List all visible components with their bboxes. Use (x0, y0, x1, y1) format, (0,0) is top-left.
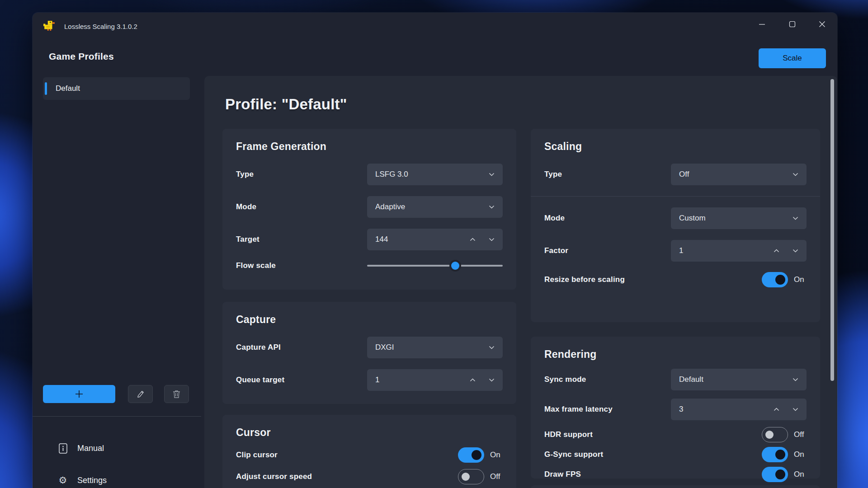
gear-icon: ⚙ (57, 476, 68, 485)
chevron-down-icon[interactable] (489, 378, 495, 382)
gsync-support-state: On (794, 450, 807, 459)
flow-scale-slider[interactable] (367, 259, 503, 272)
adjust-cursor-speed-state: Off (490, 472, 503, 481)
chevron-up-icon[interactable] (774, 249, 779, 253)
sidebar-item-settings[interactable]: ⚙ Settings (33, 470, 201, 488)
page-title: Game Profiles (49, 51, 114, 62)
rendering-card: Rendering Sync mode Default Max frame la… (531, 337, 820, 479)
max-frame-latency-label: Max frame latency (544, 405, 613, 414)
trash-icon (173, 390, 180, 398)
capture-card: Capture Capture API DXGI Queue target 1 (222, 302, 516, 404)
toggle-knob (775, 275, 785, 285)
clip-cursor-state: On (490, 450, 503, 460)
flow-scale-slider-thumb[interactable] (449, 260, 461, 272)
resize-before-scaling-state: On (794, 275, 807, 284)
sidebar-item-profile-default[interactable]: Default (43, 77, 190, 100)
chevron-down-icon[interactable] (793, 407, 798, 412)
fg-mode-dropdown[interactable]: Adaptive (367, 196, 503, 218)
chevron-down-icon[interactable] (793, 249, 798, 253)
adjust-cursor-speed-toggle[interactable] (458, 469, 484, 484)
draw-fps-label: Draw FPS (544, 470, 581, 479)
chevron-up-icon[interactable] (774, 407, 779, 412)
draw-fps-state: On (794, 470, 807, 479)
plus-icon (75, 390, 83, 398)
card-title: Cursor (236, 427, 503, 439)
adjust-cursor-speed-label: Adjust cursor speed (236, 472, 312, 481)
scaling-factor-stepper[interactable]: 1 (671, 240, 807, 262)
toggle-knob (775, 469, 785, 479)
queue-target-stepper[interactable]: 1 (367, 369, 503, 391)
card-title: Frame Generation (236, 141, 503, 153)
delete-profile-button[interactable] (164, 385, 189, 403)
app-window: Lossless Scaling 3.1.0.2 Game Profiles S… (33, 13, 837, 488)
card-title: Scaling (544, 141, 807, 153)
manual-label: Manual (77, 444, 104, 453)
toggle-knob (775, 450, 785, 460)
card-title: Capture (236, 314, 503, 326)
chevron-down-icon (489, 172, 495, 177)
pencil-icon (137, 390, 145, 398)
clip-cursor-label: Clip cursor (236, 450, 278, 460)
hdr-support-toggle[interactable] (762, 427, 788, 442)
scaling-mode-dropdown[interactable]: Custom (671, 207, 807, 229)
sync-mode-label: Sync mode (544, 375, 586, 384)
capture-api-dropdown[interactable]: DXGI (367, 337, 503, 358)
chevron-down-icon (793, 216, 798, 221)
hdr-support-state: Off (794, 430, 807, 439)
edit-profile-button[interactable] (128, 385, 153, 403)
sidebar-divider (33, 416, 201, 417)
scale-button[interactable]: Scale (759, 48, 826, 68)
cursor-card: Cursor Clip cursor On Adjust cursor spee… (222, 415, 516, 488)
app-logo-duck-icon (43, 20, 55, 32)
partial-card (531, 485, 820, 488)
chevron-down-icon (793, 377, 798, 382)
settings-label: Settings (77, 476, 107, 485)
chevron-down-icon (489, 205, 495, 209)
resize-before-scaling-label: Resize before scaling (544, 275, 625, 284)
fg-mode-label: Mode (236, 202, 256, 211)
fg-target-stepper[interactable]: 144 (367, 229, 503, 250)
scaling-card: Scaling Type Off Mode Custom Factor 1 (531, 129, 820, 322)
main-content-panel: Profile: "Default" Frame Generation Type… (204, 76, 837, 488)
queue-target-label: Queue target (236, 375, 284, 385)
hdr-support-label: HDR support (544, 430, 593, 439)
scaling-divider (531, 196, 820, 197)
chevron-up-icon[interactable] (470, 378, 476, 382)
sync-mode-dropdown[interactable]: Default (671, 369, 807, 390)
card-title: Rendering (544, 348, 807, 361)
close-icon[interactable] (812, 16, 832, 32)
resize-before-scaling-toggle[interactable] (762, 272, 788, 287)
toggle-knob (765, 431, 774, 439)
gsync-support-toggle[interactable] (762, 447, 788, 462)
scaling-type-dropdown[interactable]: Off (671, 164, 807, 185)
scaling-type-label: Type (544, 170, 562, 179)
minimize-button[interactable] (752, 16, 772, 32)
flow-scale-slider-track[interactable] (367, 265, 503, 267)
chevron-down-icon (489, 345, 495, 350)
toggle-knob (472, 450, 481, 460)
scaling-mode-label: Mode (544, 214, 565, 223)
fg-type-label: Type (236, 170, 254, 179)
gsync-support-label: G-Sync support (544, 450, 603, 459)
chevron-down-icon (793, 172, 798, 177)
max-frame-latency-stepper[interactable]: 3 (671, 399, 807, 420)
draw-fps-toggle[interactable] (762, 467, 788, 482)
add-profile-button[interactable] (43, 385, 115, 403)
window-title: Lossless Scaling 3.1.0.2 (64, 23, 137, 30)
sidebar-item-manual[interactable]: Manual (33, 438, 201, 458)
frame-generation-card: Frame Generation Type LSFG 3.0 Mode Adap… (222, 129, 516, 290)
profile-item-label: Default (56, 84, 80, 93)
chevron-up-icon[interactable] (470, 237, 476, 242)
toggle-knob (462, 473, 470, 481)
chevron-down-icon[interactable] (489, 237, 495, 242)
fg-type-dropdown[interactable]: LSFG 3.0 (367, 164, 503, 185)
profile-heading: Profile: "Default" (225, 96, 347, 113)
fg-flow-scale-label: Flow scale (236, 261, 276, 270)
vertical-scrollbar-thumb[interactable] (830, 79, 834, 381)
scaling-factor-label: Factor (544, 246, 568, 255)
clip-cursor-toggle[interactable] (458, 447, 484, 463)
fg-target-label: Target (236, 235, 259, 244)
manual-book-icon (57, 443, 68, 454)
capture-api-label: Capture API (236, 343, 281, 352)
maximize-button[interactable] (782, 16, 802, 32)
